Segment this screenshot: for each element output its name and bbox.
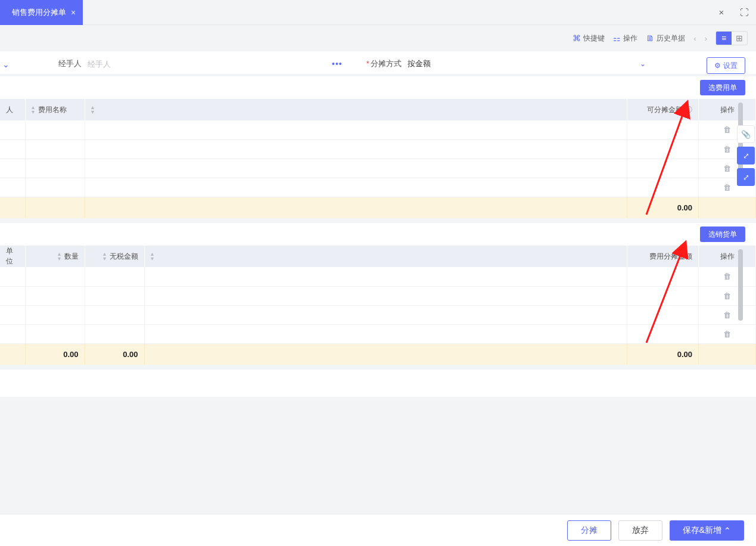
- attachment-button[interactable]: 📎: [737, 125, 755, 143]
- expand-icon: ⤢: [743, 151, 749, 160]
- table-row[interactable]: 🗑: [0, 267, 756, 286]
- expense-table: 人 ▴▾费用名称 ▴▾ 可分摊金额ⓘ 操作 🗑 🗑 🗑 🗑 0.00: [0, 99, 756, 218]
- toolbar-history-label: 历史单据: [657, 33, 685, 44]
- trash-icon[interactable]: 🗑: [723, 311, 731, 319]
- col-expense-name[interactable]: ▴▾费用名称: [25, 99, 85, 120]
- expense-total-row: 0.00: [0, 197, 756, 218]
- expand-button-1[interactable]: ⤢: [737, 147, 755, 165]
- table-row[interactable]: 🗑: [0, 159, 756, 178]
- col-ops2: 操作: [699, 246, 756, 267]
- sales-table: 单位 ▴▾数量 ▴▾无税金额 ▴▾ 费用分摊金额 操作 🗑 🗑 🗑 🗑 0.00…: [0, 246, 756, 365]
- toolbar-operations[interactable]: ⚏ 操作: [613, 33, 637, 44]
- method-caret-icon[interactable]: ⌄: [640, 60, 646, 68]
- side-rail: 📎 ⤢ ⤢: [736, 125, 756, 186]
- sales-total-notax: 0.00: [85, 343, 144, 365]
- pager-next[interactable]: ›: [705, 34, 707, 43]
- settings-label: 设置: [723, 61, 738, 71]
- shortcuts-icon: ⌘: [573, 33, 581, 43]
- sales-total-qty: 0.00: [25, 343, 85, 365]
- window-close-button[interactable]: ×: [714, 5, 729, 19]
- settings-button[interactable]: ⚙ 设置: [707, 57, 745, 74]
- save-and-new-button[interactable]: 保存&新增 ⌃: [670, 520, 744, 541]
- col-ops: 操作: [699, 99, 756, 120]
- col-alloc[interactable]: 费用分摊金额: [627, 246, 699, 267]
- collapse-caret-icon[interactable]: ⌄: [2, 60, 10, 69]
- col-blank[interactable]: ▴▾: [85, 99, 627, 120]
- tab-title: 销售费用分摊单: [12, 7, 66, 18]
- col-person[interactable]: 人: [0, 99, 25, 120]
- trash-icon[interactable]: 🗑: [723, 272, 731, 281]
- tab-sales-expense-alloc[interactable]: 销售费用分摊单 ×: [0, 0, 83, 25]
- toolbar-shortcuts-label: 快捷键: [583, 33, 605, 44]
- method-label: *分摊方式: [366, 58, 402, 69]
- footer-bar: 分摊 放弃 保存&新增 ⌃: [0, 514, 756, 546]
- attachment-icon: 📎: [741, 130, 751, 139]
- trash-icon[interactable]: 🗑: [723, 145, 731, 154]
- chevron-up-icon: ⌃: [724, 526, 731, 535]
- pager-prev[interactable]: ‹: [693, 34, 696, 43]
- gear-icon: ⚙: [714, 61, 721, 70]
- select-expense-button[interactable]: 选费用单: [700, 80, 745, 95]
- expense-total-allocable: 0.00: [627, 197, 699, 218]
- col-blank2[interactable]: ▴▾: [144, 246, 627, 267]
- col-qty[interactable]: ▴▾数量: [25, 246, 85, 267]
- tab-close-icon[interactable]: ×: [71, 8, 76, 17]
- expand-icon: ⤢: [743, 173, 749, 182]
- view-list-button[interactable]: ≡: [716, 32, 732, 45]
- fullscreen-icon: ⛶: [740, 7, 749, 17]
- form-area: ⌄ 经手人 ••• *分摊方式 ⌄ ⚙ 设置: [0, 51, 756, 74]
- expand-button-2[interactable]: ⤢: [737, 168, 755, 186]
- trash-icon[interactable]: 🗑: [723, 164, 731, 173]
- history-icon: 🗎: [646, 33, 654, 43]
- trash-icon[interactable]: 🗑: [723, 125, 731, 134]
- remark-block: [0, 370, 756, 397]
- col-allocable[interactable]: 可分摊金额ⓘ: [627, 99, 699, 120]
- save-new-label: 保存&新增: [683, 525, 721, 536]
- view-toggle: ≡ ⊞: [715, 31, 748, 45]
- toolbar-operations-label: 操作: [623, 33, 637, 44]
- sales-table-block: 选销货单 单位 ▴▾数量 ▴▾无税金额 ▴▾ 费用分摊金额 操作 🗑 🗑 🗑 🗑: [0, 223, 756, 365]
- discard-button[interactable]: 放弃: [618, 520, 662, 541]
- toolbar: ⌘ 快捷键 ⚏ 操作 🗎 历史单据 ‹ › ≡ ⊞: [0, 25, 756, 51]
- col-unit[interactable]: 单位: [0, 246, 25, 267]
- toolbar-history[interactable]: 🗎 历史单据: [646, 33, 685, 44]
- toolbar-shortcuts[interactable]: ⌘ 快捷键: [573, 33, 605, 44]
- table-row[interactable]: 🗑: [0, 120, 756, 139]
- list-icon: ≡: [721, 33, 726, 43]
- grid-icon: ⊞: [736, 33, 743, 43]
- table-row[interactable]: 🗑: [0, 139, 756, 159]
- sales-total-row: 0.00 0.00 0.00: [0, 343, 756, 365]
- table-row[interactable]: 🗑: [0, 286, 756, 305]
- handler-more-icon[interactable]: •••: [332, 59, 343, 69]
- table-row[interactable]: 🗑: [0, 324, 756, 343]
- allocate-button[interactable]: 分摊: [567, 520, 611, 541]
- method-input[interactable]: [407, 60, 634, 69]
- table-row[interactable]: 🗑: [0, 178, 756, 197]
- trash-icon[interactable]: 🗑: [723, 183, 731, 192]
- close-icon: ×: [719, 7, 724, 17]
- view-grid-button[interactable]: ⊞: [732, 32, 747, 45]
- sales-total-alloc: 0.00: [627, 343, 699, 365]
- window-fullscreen-button[interactable]: ⛶: [737, 5, 751, 19]
- scrollbar[interactable]: [738, 249, 743, 321]
- col-notax[interactable]: ▴▾无税金额: [85, 246, 144, 267]
- operations-icon: ⚏: [613, 33, 621, 43]
- trash-icon[interactable]: 🗑: [723, 291, 731, 300]
- table-row[interactable]: 🗑: [0, 305, 756, 324]
- handler-input[interactable]: [88, 60, 326, 69]
- handler-label: 经手人: [58, 58, 82, 69]
- select-sales-button[interactable]: 选销货单: [700, 227, 745, 242]
- trash-icon[interactable]: 🗑: [723, 330, 731, 339]
- expense-table-block: 选费用单 人 ▴▾费用名称 ▴▾ 可分摊金额ⓘ 操作 🗑 🗑 🗑 🗑 0.00: [0, 76, 756, 218]
- help-icon[interactable]: ⓘ: [685, 106, 692, 114]
